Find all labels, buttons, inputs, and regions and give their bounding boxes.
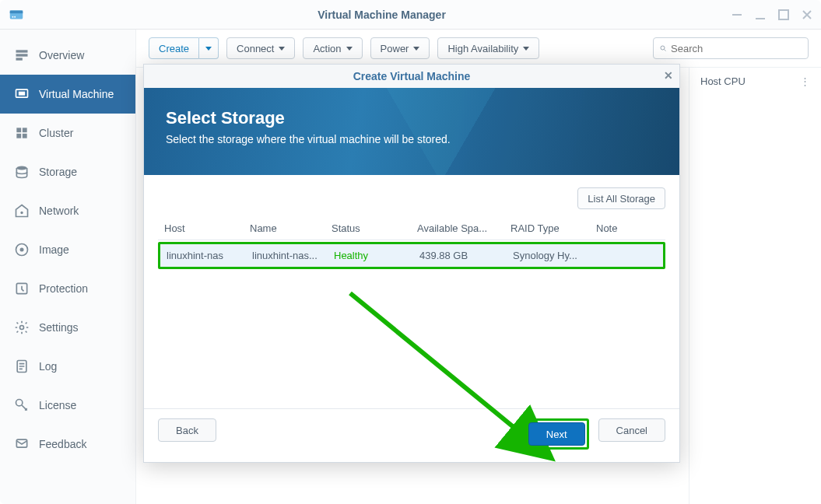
- connect-button[interactable]: Connect: [226, 37, 295, 59]
- key-icon: [14, 397, 30, 413]
- sidebar-item-settings[interactable]: Settings: [0, 308, 135, 347]
- sidebar-item-overview[interactable]: Overview: [0, 36, 135, 75]
- svg-point-17: [20, 212, 23, 214]
- back-label: Back: [176, 425, 198, 436]
- high-availability-button[interactable]: High Availability: [437, 37, 539, 59]
- svg-rect-7: [16, 50, 28, 52]
- feedback-icon: [14, 436, 30, 452]
- action-button-label: Action: [313, 43, 341, 54]
- close-icon[interactable]: [801, 9, 813, 21]
- sidebar-item-log[interactable]: Log: [0, 347, 135, 386]
- row-host: linuxhint-nas: [160, 244, 246, 267]
- svg-point-21: [20, 326, 24, 330]
- minimize-icon[interactable]: [754, 9, 767, 21]
- modal-close-icon[interactable]: ✕: [664, 69, 673, 82]
- power-button-label: Power: [381, 43, 409, 54]
- svg-point-2: [12, 16, 14, 17]
- cluster-icon: [14, 125, 30, 141]
- sidebar-item-storage[interactable]: Storage: [0, 152, 135, 191]
- chevron-down-icon: [279, 47, 285, 51]
- image-icon: [14, 242, 30, 257]
- sidebar-item-image[interactable]: Image: [0, 230, 135, 269]
- svg-point-25: [661, 46, 665, 50]
- col-available[interactable]: Available Spa...: [411, 217, 504, 240]
- sidebar-item-cluster[interactable]: Cluster: [0, 114, 135, 152]
- sidebar-item-label: Virtual Machine: [39, 88, 114, 100]
- svg-point-3: [14, 16, 16, 17]
- search-box[interactable]: [653, 37, 809, 59]
- col-note[interactable]: Note: [590, 217, 665, 240]
- app-logo-icon: [8, 6, 25, 23]
- network-icon: [14, 203, 30, 219]
- row-name: linuxhint-nas...: [246, 244, 328, 267]
- sidebar-item-label: Settings: [39, 321, 79, 334]
- storage-row[interactable]: linuxhint-nas linuxhint-nas... Healthy 4…: [158, 242, 665, 269]
- help-icon[interactable]: [731, 9, 743, 21]
- back-button[interactable]: Back: [158, 418, 216, 442]
- row-raid: Synology Hy...: [507, 244, 592, 267]
- svg-rect-15: [23, 134, 27, 138]
- overview-icon: [14, 47, 30, 63]
- sidebar-item-label: License: [39, 399, 76, 411]
- action-button[interactable]: Action: [303, 37, 362, 59]
- side-panel-title: Host CPU: [700, 75, 746, 496]
- storage-table-header: Host Name Status Available Spa... RAID T…: [158, 217, 665, 240]
- search-input[interactable]: [671, 43, 802, 54]
- col-name[interactable]: Name: [244, 217, 325, 240]
- create-button-label: Create: [159, 43, 189, 54]
- svg-point-19: [20, 248, 24, 252]
- app-title: Virtual Machine Manager: [33, 9, 731, 21]
- sidebar-item-label: Overview: [39, 49, 84, 61]
- sidebar-item-protection[interactable]: Protection: [0, 269, 135, 308]
- svg-rect-12: [16, 128, 21, 132]
- more-icon[interactable]: ⋮: [800, 75, 810, 496]
- col-raid[interactable]: RAID Type: [504, 217, 590, 240]
- sidebar-item-label: Feedback: [39, 438, 86, 450]
- sidebar-item-label: Cluster: [39, 127, 73, 139]
- title-bar: Virtual Machine Manager: [0, 0, 821, 30]
- connect-button-label: Connect: [237, 43, 274, 54]
- storage-icon: [14, 164, 30, 180]
- svg-point-16: [16, 166, 26, 170]
- col-status[interactable]: Status: [325, 217, 411, 240]
- svg-rect-6: [779, 10, 788, 19]
- vm-icon: [14, 86, 30, 102]
- protection-icon: [14, 281, 30, 296]
- sidebar-item-label: Network: [39, 205, 79, 217]
- svg-rect-5: [756, 18, 765, 19]
- side-panel: Host CPU ⋮: [689, 68, 821, 504]
- chevron-down-icon: [346, 47, 353, 51]
- modal-title: Create Virtual Machine: [353, 70, 471, 82]
- sidebar-item-label: Log: [39, 360, 57, 373]
- list-all-label: List All Storage: [588, 193, 655, 205]
- gear-icon: [14, 320, 30, 335]
- log-icon: [14, 359, 30, 374]
- power-button[interactable]: Power: [370, 37, 430, 59]
- svg-rect-14: [16, 134, 21, 138]
- row-note: [592, 244, 663, 267]
- sidebar: Overview Virtual Machine Cluster Storage…: [0, 30, 136, 504]
- cancel-button[interactable]: Cancel: [598, 418, 665, 442]
- modal-banner: Select Storage Select the storage where …: [144, 88, 679, 175]
- modal-heading: Select Storage: [166, 108, 658, 128]
- sidebar-item-license[interactable]: License: [0, 386, 135, 425]
- modal-footer: Back Next Cancel: [144, 408, 679, 462]
- next-button[interactable]: Next: [528, 422, 585, 446]
- create-vm-modal: Create Virtual Machine ✕ Select Storage …: [143, 64, 680, 463]
- svg-point-23: [16, 400, 23, 406]
- next-label: Next: [546, 429, 567, 440]
- create-dropdown[interactable]: [199, 37, 219, 59]
- ha-button-label: High Availability: [447, 43, 518, 54]
- sidebar-item-network[interactable]: Network: [0, 191, 135, 230]
- chevron-down-icon: [523, 47, 529, 51]
- sidebar-item-virtual-machine[interactable]: Virtual Machine: [0, 75, 135, 114]
- svg-rect-11: [19, 92, 25, 96]
- sidebar-item-feedback[interactable]: Feedback: [0, 425, 135, 464]
- annotation-highlight: Next: [525, 418, 589, 450]
- sidebar-item-label: Image: [39, 243, 69, 256]
- create-button[interactable]: Create: [149, 37, 219, 59]
- col-host[interactable]: Host: [158, 217, 244, 240]
- modal-title-bar: Create Virtual Machine ✕: [144, 65, 679, 88]
- maximize-icon[interactable]: [777, 9, 790, 21]
- list-all-storage-button[interactable]: List All Storage: [577, 187, 665, 209]
